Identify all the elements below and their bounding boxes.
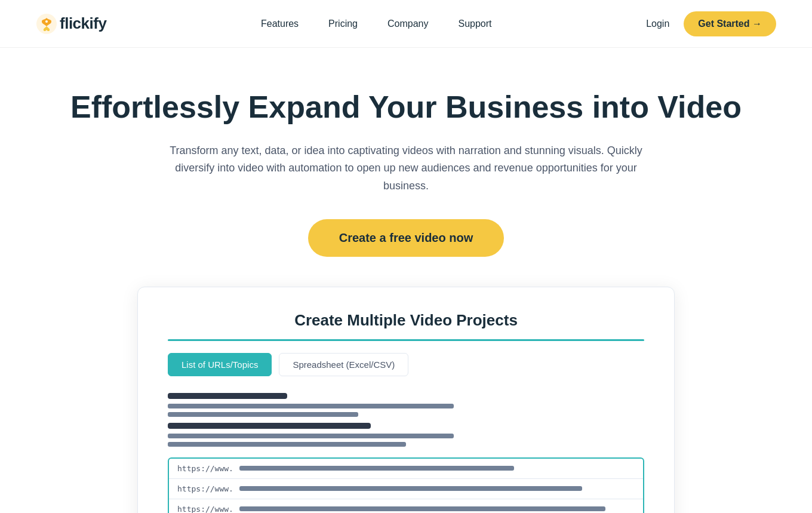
demo-title: Create Multiple Video Projects bbox=[168, 311, 644, 330]
demo-divider bbox=[168, 339, 644, 341]
url-prefix-2: https://www. bbox=[177, 484, 233, 493]
url-row-2: https://www. bbox=[169, 479, 643, 499]
logo-text: flickify bbox=[60, 14, 106, 33]
text-line-gray-3 bbox=[168, 434, 454, 438]
nav-pricing[interactable]: Pricing bbox=[328, 19, 358, 29]
url-row-1: https://www. bbox=[169, 459, 643, 479]
tab-spreadsheet[interactable]: Spreadsheet (Excel/CSV) bbox=[279, 353, 408, 376]
url-bar-3 bbox=[239, 506, 605, 511]
nav-features[interactable]: Features bbox=[261, 19, 299, 29]
hero-title: Effortlessly Expand Your Business into V… bbox=[36, 90, 776, 125]
logo-link[interactable]: flickify bbox=[36, 13, 106, 35]
login-link[interactable]: Login bbox=[646, 19, 669, 29]
flickify-logo-icon bbox=[36, 13, 57, 35]
navbar: flickify Features Pricing Company Suppor… bbox=[0, 0, 812, 48]
url-bar-1 bbox=[239, 466, 514, 471]
text-line-1 bbox=[168, 393, 287, 399]
text-line-gray-4 bbox=[168, 442, 406, 447]
demo-container: Create Multiple Video Projects List of U… bbox=[137, 287, 675, 513]
nav-right: Login Get Started → bbox=[646, 11, 776, 36]
hero-section: Effortlessly Expand Your Business into V… bbox=[0, 48, 812, 513]
url-prefix-3: https://www. bbox=[177, 505, 233, 513]
tab-urls-topics[interactable]: List of URLs/Topics bbox=[168, 353, 272, 376]
cta-button[interactable]: Create a free video now bbox=[308, 219, 505, 257]
text-line-2 bbox=[168, 423, 371, 429]
nav-support[interactable]: Support bbox=[459, 19, 492, 29]
text-line-gray-1 bbox=[168, 404, 454, 408]
nav-menu: Features Pricing Company Support bbox=[261, 19, 492, 29]
url-prefix-1: https://www. bbox=[177, 464, 233, 473]
svg-point-1 bbox=[45, 20, 48, 23]
url-row-3: https://www. bbox=[169, 499, 643, 513]
hero-subtitle: Transform any text, data, or idea into c… bbox=[161, 142, 651, 195]
get-started-button[interactable]: Get Started → bbox=[684, 11, 776, 36]
url-table: https://www. https://www. https://www. h… bbox=[168, 457, 644, 513]
text-line-gray-2 bbox=[168, 412, 358, 417]
text-content-block bbox=[168, 393, 644, 447]
nav-company[interactable]: Company bbox=[387, 19, 428, 29]
demo-tabs: List of URLs/Topics Spreadsheet (Excel/C… bbox=[168, 353, 644, 376]
url-bar-2 bbox=[239, 486, 583, 491]
